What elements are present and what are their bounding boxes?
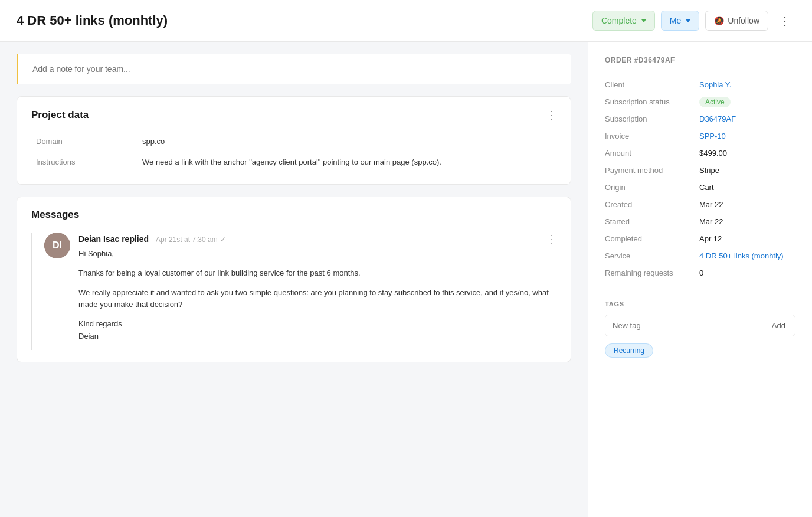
- table-row: Service 4 DR 50+ links (monhtly): [605, 247, 795, 264]
- invoice-link[interactable]: SPP-10: [699, 132, 726, 140]
- page-title: 4 DR 50+ links (monhtly): [17, 13, 168, 28]
- message-line: We really appreciate it and wanted to as…: [78, 287, 556, 312]
- bell-slash-icon: 🔕: [714, 16, 724, 25]
- subscription-link[interactable]: D36479AF: [699, 114, 736, 123]
- tags-chips-container: Recurring: [605, 343, 795, 358]
- table-row: Invoice SPP-10: [605, 127, 795, 145]
- tags-section: TAGS Add Recurring: [605, 300, 795, 358]
- status-badge: Active: [699, 97, 731, 107]
- header: 4 DR 50+ links (monhtly) Complete Me 🔕 U…: [0, 0, 812, 42]
- client-link[interactable]: Sophia Y.: [699, 80, 731, 89]
- unfollow-label: Unfollow: [728, 16, 759, 25]
- left-panel: Project data ⋮ Domain spp.co Instruction…: [0, 42, 588, 517]
- tag-input-row: Add: [605, 315, 795, 336]
- field-value: Sophia Y.: [699, 76, 795, 93]
- project-data-header: Project data ⋮: [31, 109, 556, 122]
- table-row: Domain spp.co: [31, 131, 556, 152]
- me-label: Me: [670, 16, 681, 25]
- message-line: Thanks for being a loyal customer of our…: [78, 267, 556, 280]
- vertical-dots-icon: ⋮: [546, 109, 556, 121]
- order-id: ORDER #D36479AF: [605, 56, 795, 64]
- new-tag-input[interactable]: [605, 315, 762, 336]
- chevron-down-icon: [686, 19, 690, 22]
- complete-label: Complete: [601, 16, 637, 25]
- field-value: Mar 22: [699, 213, 795, 230]
- tags-label: TAGS: [605, 300, 795, 307]
- message-read-icon: ✓: [220, 235, 226, 244]
- field-label: Amount: [605, 145, 699, 162]
- unfollow-button[interactable]: 🔕 Unfollow: [705, 11, 768, 31]
- table-row: Subscription D36479AF: [605, 110, 795, 127]
- field-label: Service: [605, 247, 699, 264]
- messages-title: Messages: [31, 209, 556, 221]
- message-item: DI Deian Isac replied Apr 21st at 7:30 a…: [44, 233, 556, 350]
- chevron-down-icon: [641, 19, 646, 22]
- header-actions: Complete Me 🔕 Unfollow ⋮: [592, 11, 795, 31]
- more-options-button[interactable]: ⋮: [774, 11, 795, 30]
- table-row: Started Mar 22: [605, 213, 795, 230]
- table-row: Client Sophia Y.: [605, 76, 795, 93]
- table-row: Instructions We need a link with the anc…: [31, 152, 556, 172]
- table-row: Amount $499.00: [605, 145, 795, 162]
- message-content: Deian Isac replied Apr 21st at 7:30 am ✓…: [78, 233, 556, 350]
- vertical-dots-icon: ⋮: [779, 14, 791, 27]
- message-more-button[interactable]: ⋮: [546, 233, 556, 246]
- field-label: Subscription status: [605, 93, 699, 110]
- table-row: Completed Apr 12: [605, 230, 795, 247]
- field-label: Subscription: [605, 110, 699, 127]
- domain-label: Domain: [31, 131, 137, 152]
- field-label: Remaining requests: [605, 264, 699, 282]
- field-value: 0: [699, 264, 795, 282]
- field-label: Completed: [605, 230, 699, 247]
- table-row: Origin Cart: [605, 179, 795, 196]
- field-value: $499.00: [699, 145, 795, 162]
- tag-chip[interactable]: Recurring: [605, 343, 653, 358]
- project-data-title: Project data: [31, 109, 89, 121]
- note-input-wrapper: [17, 54, 571, 84]
- field-label: Payment method: [605, 162, 699, 179]
- instructions-label: Instructions: [31, 152, 137, 172]
- message-thread: DI Deian Isac replied Apr 21st at 7:30 a…: [31, 233, 556, 350]
- table-row: Remaining requests 0: [605, 264, 795, 282]
- field-value: Mar 22: [699, 196, 795, 213]
- field-value: Apr 12: [699, 230, 795, 247]
- field-label: Invoice: [605, 127, 699, 145]
- field-label: Started: [605, 213, 699, 230]
- avatar: DI: [44, 233, 70, 258]
- table-row: Created Mar 22: [605, 196, 795, 213]
- field-value: Cart: [699, 179, 795, 196]
- right-panel: ORDER #D36479AF Client Sophia Y. Subscri…: [588, 42, 812, 517]
- field-label: Client: [605, 76, 699, 93]
- message-timestamp: Apr 21st at 7:30 am: [156, 235, 218, 244]
- note-input[interactable]: [28, 54, 571, 84]
- field-value: Stripe: [699, 162, 795, 179]
- domain-value: spp.co: [137, 131, 556, 152]
- field-value: SPP-10: [699, 127, 795, 145]
- project-data-more-button[interactable]: ⋮: [546, 109, 556, 122]
- app-container: 4 DR 50+ links (monhtly) Complete Me 🔕 U…: [0, 0, 812, 517]
- avatar-initials: DI: [44, 233, 70, 258]
- table-row: Payment method Stripe: [605, 162, 795, 179]
- instructions-value: We need a link with the anchor "agency c…: [137, 152, 556, 172]
- main-layout: Project data ⋮ Domain spp.co Instruction…: [0, 42, 812, 517]
- order-details-table: Client Sophia Y. Subscription status Act…: [605, 76, 795, 282]
- message-meta: Deian Isac replied Apr 21st at 7:30 am ✓: [78, 234, 226, 244]
- field-value: Active: [699, 93, 795, 110]
- message-body: Hi Sophia, Thanks for being a loyal cust…: [78, 248, 556, 343]
- field-label: Origin: [605, 179, 699, 196]
- me-button[interactable]: Me: [661, 11, 699, 31]
- project-data-card: Project data ⋮ Domain spp.co Instruction…: [17, 96, 571, 185]
- field-value: D36479AF: [699, 110, 795, 127]
- message-header-row: Deian Isac replied Apr 21st at 7:30 am ✓…: [78, 233, 556, 246]
- project-data-table: Domain spp.co Instructions We need a lin…: [31, 131, 556, 172]
- complete-button[interactable]: Complete: [592, 11, 655, 31]
- field-label: Created: [605, 196, 699, 213]
- service-link[interactable]: 4 DR 50+ links (monhtly): [699, 251, 784, 260]
- message-author: Deian Isac replied: [78, 234, 149, 244]
- messages-section: Messages DI Deian Isac replied Apr 21st …: [17, 197, 571, 362]
- field-value: 4 DR 50+ links (monhtly): [699, 247, 795, 264]
- add-tag-button[interactable]: Add: [762, 315, 795, 336]
- message-line: Kind regardsDeian: [78, 318, 556, 343]
- message-line: Hi Sophia,: [78, 248, 556, 260]
- table-row: Subscription status Active: [605, 93, 795, 110]
